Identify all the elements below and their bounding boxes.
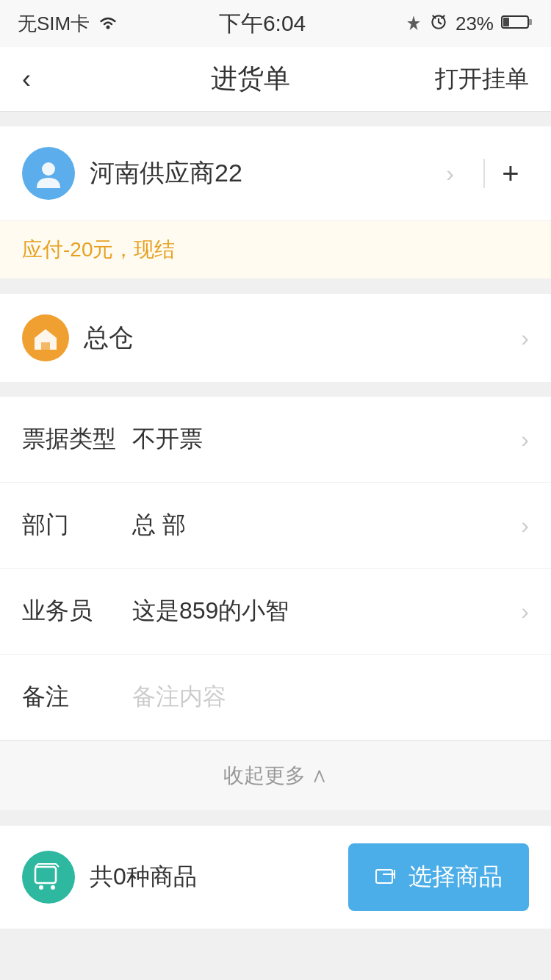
select-product-label: 选择商品 [408,861,503,893]
bottom-divider [0,810,551,825]
status-right: 23% [406,12,533,36]
svg-rect-10 [376,870,392,883]
svg-point-9 [51,885,55,890]
svg-rect-6 [41,342,50,350]
remark-row[interactable]: 备注 备注内容 [0,655,551,741]
department-row[interactable]: 部门 总 部 › [0,483,551,569]
location-icon [406,12,422,35]
salesperson-chevron-icon: › [521,598,529,625]
add-button[interactable]: + [492,157,529,190]
supplier-avatar [22,147,75,200]
invoice-type-value: 不开票 [125,423,521,455]
alarm-icon [429,12,448,36]
bottom-bar: 共0种商品 选择商品 [0,825,551,929]
supplier-chevron-icon: › [446,160,454,187]
supplier-section: 河南供应商22 › + 应付-20元，现结 [0,126,551,278]
warehouse-icon [22,314,69,361]
invoice-type-chevron-icon: › [521,426,529,453]
svg-rect-7 [35,867,56,883]
product-count: 共0种商品 [90,861,348,893]
status-left: 无SIM卡 [18,11,119,37]
svg-point-0 [107,25,110,29]
cart-icon-wrap [22,851,75,904]
form-section: 票据类型 不开票 › 部门 总 部 › 业务员 这是859的小智 › 备注 备注… [0,397,551,741]
status-bar: 无SIM卡 下午6:04 23% [0,0,551,47]
svg-rect-3 [503,18,509,26]
balance-notice: 应付-20元，现结 [0,221,551,278]
remark-input[interactable]: 备注内容 [125,681,529,713]
supplier-name: 河南供应商22 [90,156,446,190]
department-value: 总 部 [125,509,521,541]
top-divider [0,112,551,126]
salesperson-row[interactable]: 业务员 这是859的小智 › [0,569,551,655]
warehouse-chevron-icon: › [521,325,529,352]
open-pending-button[interactable]: 打开挂单 [435,63,529,96]
mid-divider-1 [0,278,551,293]
battery-icon [501,12,533,35]
carrier-label: 无SIM卡 [18,11,90,37]
salesperson-value: 这是859的小智 [125,595,521,627]
supplier-row[interactable]: 河南供应商22 › + [0,126,551,221]
page-background [0,929,551,980]
invoice-type-row[interactable]: 票据类型 不开票 › [0,397,551,483]
svg-point-8 [39,885,43,890]
select-product-button[interactable]: 选择商品 [348,843,529,911]
department-chevron-icon: › [521,512,529,539]
invoice-type-label: 票据类型 [22,423,125,455]
warehouse-row[interactable]: 总仓 › [0,293,551,382]
salesperson-label: 业务员 [22,595,125,627]
page-title: 进货单 [211,61,290,97]
warehouse-name: 总仓 [84,321,521,355]
collapse-button[interactable]: 收起更多 ∧ [0,741,551,810]
warehouse-section: 总仓 › [0,293,551,382]
svg-rect-4 [528,19,532,25]
remark-label: 备注 [22,681,125,713]
nav-bar: ‹ 进货单 打开挂单 [0,47,551,112]
supplier-divider [483,159,485,188]
back-button[interactable]: ‹ [22,64,66,95]
mid-divider-2 [0,382,551,397]
svg-point-5 [42,162,55,176]
wifi-icon [97,12,119,35]
battery-label: 23% [455,12,494,35]
department-label: 部门 [22,509,125,541]
status-time: 下午6:04 [219,9,306,39]
